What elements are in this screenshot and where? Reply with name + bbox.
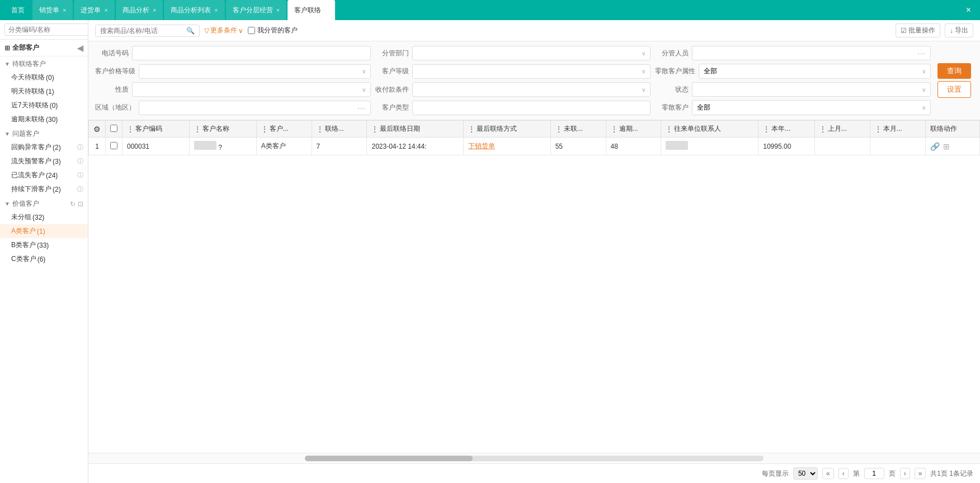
query-buttons: 查询 设置 (935, 46, 973, 115)
last-page-btn[interactable]: » (915, 468, 926, 479)
page-number-input[interactable] (864, 468, 884, 479)
nav-tab-home[interactable]: 首页 (4, 0, 31, 20)
manager-field: 分管人员 ··· (655, 46, 931, 60)
filter-search-icon[interactable]: 🔍 (186, 27, 195, 35)
col-not-contacted-sort[interactable]: ⋮ (555, 125, 562, 133)
col-this-month-sort[interactable]: ⋮ (875, 125, 882, 133)
sidebar-group-problem[interactable]: ▼ 问题客户 (0, 126, 88, 140)
col-last-date-sort[interactable]: ⋮ (371, 125, 378, 133)
col-unit-contact-sort[interactable]: ⋮ (666, 125, 672, 133)
close-purchase-icon[interactable]: × (104, 7, 107, 13)
sidebar-item-repurchase[interactable]: 回购异常客户 (2) ⓘ (0, 140, 88, 154)
horizontal-scrollbar-thumb[interactable] (305, 456, 473, 461)
dept-label: 分管部门 (375, 49, 409, 58)
class-b-label: B类客户 (11, 240, 36, 250)
sidebar-item-class-c[interactable]: C类客户 (6) (0, 252, 88, 266)
col-contact-num-sort[interactable]: ⋮ (317, 125, 323, 133)
sidebar-group-value[interactable]: ▼ 价值客户 ↻ ⊡ (0, 196, 88, 210)
nature-select[interactable]: ∨ (132, 82, 371, 97)
horizontal-scrollbar[interactable] (305, 456, 764, 461)
help-icon-lostwarning[interactable]: ⓘ (77, 157, 83, 165)
customer-grade-select[interactable]: ∨ (412, 64, 651, 79)
sidebar-item-declining[interactable]: 持续下滑客户 (2) ⓘ (0, 182, 88, 196)
filter-search-box[interactable]: 🔍 (95, 25, 200, 37)
filter-search-input[interactable] (100, 27, 184, 35)
sidebar-item-unclassified[interactable]: 未分组 (32) (0, 210, 88, 224)
col-not-contacted-label: 未联... (564, 124, 583, 134)
close-analysis-list-icon[interactable]: × (214, 7, 218, 13)
row-checkbox[interactable] (110, 142, 117, 149)
close-sales-icon[interactable]: × (63, 7, 66, 13)
help-icon-lost[interactable]: ⓘ (77, 171, 83, 179)
declining-label: 持续下滑客户 (11, 184, 51, 194)
nav-tab-customer-contact[interactable]: 客户联络 × (288, 0, 334, 20)
price-grade-select[interactable]: ∨ (139, 64, 371, 79)
sidebar-item-7days[interactable]: 近7天待联络 (0) (0, 98, 88, 112)
sidebar: 🔍 ⊞ 全部客户 ◀ ▼ 待联络客户 今天待联络 (0) 明天待联络 (1) 近… (0, 20, 88, 483)
export-btn[interactable]: ↓ 导出 (945, 23, 973, 37)
scatter-attr-select[interactable]: 全部 ∨ (699, 64, 931, 79)
per-page-select[interactable]: 50 (793, 467, 818, 480)
sidebar-item-class-b[interactable]: B类客户 (33) (0, 238, 88, 252)
table-settings-col[interactable]: ⚙ (89, 121, 106, 138)
sidebar-item-tomorrow[interactable]: 明天待联络 (1) (0, 84, 88, 98)
all-customers-header[interactable]: ⊞ 全部客户 ◀ (0, 40, 88, 56)
batch-operation-btn[interactable]: ☑ 批量操作 (896, 23, 940, 37)
nav-tab-customer-segment[interactable]: 客户分层经营 × (226, 0, 286, 20)
refresh-icon[interactable]: ↻ (70, 200, 76, 208)
sidebar-item-today[interactable]: 今天待联络 (0) (0, 70, 88, 84)
sidebar-item-overdue[interactable]: 逾期未联络 (30) (0, 112, 88, 126)
customer-type-input[interactable] (412, 101, 651, 115)
nature-arrow-icon: ∨ (362, 87, 366, 93)
col-year-sort[interactable]: ⋮ (763, 125, 770, 133)
overdue-label: 逾期未联络 (11, 115, 45, 124)
window-close-icon[interactable]: × (962, 5, 976, 15)
col-last-way-sort[interactable]: ⋮ (468, 125, 475, 133)
row-last-way-link[interactable]: 下销货单 (468, 142, 495, 150)
close-customer-segment-icon[interactable]: × (276, 7, 280, 13)
select-all-checkbox[interactable] (110, 125, 117, 132)
settings-small-icon[interactable]: ⊡ (78, 200, 83, 208)
sidebar-search-input[interactable] (4, 23, 88, 36)
region-input[interactable]: ··· (139, 101, 371, 115)
close-customer-contact-icon[interactable]: × (324, 7, 328, 13)
sidebar-item-lost[interactable]: 已流失客户 (24) ⓘ (0, 168, 88, 182)
next-page-btn[interactable]: › (900, 468, 910, 479)
nav-tab-analysis-list[interactable]: 商品分析列表 × (164, 0, 224, 20)
nav-tab-analysis[interactable]: 商品分析 × (116, 0, 163, 20)
col-type-sort[interactable]: ⋮ (261, 125, 268, 133)
phone-input[interactable] (132, 46, 371, 60)
col-overdue-sort[interactable]: ⋮ (611, 125, 618, 133)
my-customers-checkbox[interactable] (248, 27, 255, 34)
row-grid-icon[interactable]: ⊞ (943, 142, 950, 151)
payment-select[interactable]: ∨ (412, 82, 651, 97)
my-customers-filter[interactable]: 我分管的客户 (248, 26, 298, 35)
dept-arrow-icon: ∨ (642, 50, 646, 56)
col-unit-contact-label: 往来单位联系人 (674, 124, 721, 134)
col-unit-contact: ⋮ 往来单位联系人 (661, 121, 758, 138)
sidebar-item-lostwarning[interactable]: 流失预警客户 (3) ⓘ (0, 154, 88, 168)
col-code-sort[interactable]: ⋮ (127, 125, 134, 133)
query-button[interactable]: 查询 (937, 63, 971, 79)
scatter-customer-field: 零散客户 全部 ∨ (655, 100, 931, 115)
more-filters-btn[interactable]: ▽ 更多条件 ∨ (204, 26, 243, 35)
close-analysis-icon[interactable]: × (153, 7, 156, 13)
settings-button[interactable]: 设置 (937, 81, 971, 98)
scatter-customer-select[interactable]: 全部 ∨ (692, 100, 931, 115)
status-select[interactable]: ∨ (692, 82, 931, 97)
col-name-sort[interactable]: ⋮ (194, 125, 201, 133)
nav-tab-purchase[interactable]: 进货单 × (74, 0, 114, 20)
sidebar-collapse-icon[interactable]: ◀ (77, 44, 83, 53)
help-icon-repurchase[interactable]: ⓘ (77, 143, 83, 151)
my-customers-label: 我分管的客户 (257, 26, 298, 35)
sidebar-item-class-a[interactable]: A类客户 (1) (0, 224, 88, 238)
prev-page-btn[interactable]: ‹ (838, 468, 849, 479)
manager-input[interactable]: ··· (692, 46, 931, 60)
sidebar-group-pending[interactable]: ▼ 待联络客户 (0, 56, 88, 70)
row-link-icon[interactable]: 🔗 (930, 142, 940, 151)
nav-tab-sales[interactable]: 销货单 × (32, 0, 73, 20)
first-page-btn[interactable]: « (822, 468, 834, 479)
dept-select[interactable]: ∨ (412, 46, 651, 60)
col-last-month-sort[interactable]: ⋮ (819, 125, 826, 133)
help-icon-declining[interactable]: ⓘ (77, 185, 83, 193)
